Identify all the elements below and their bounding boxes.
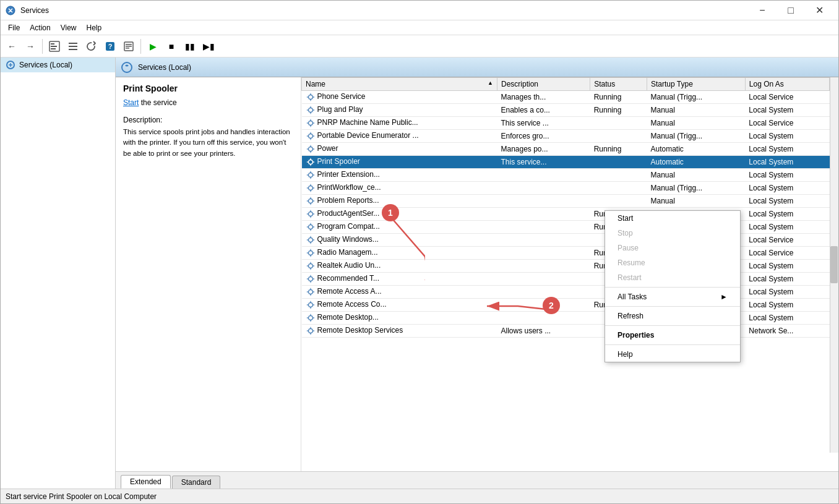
refresh-button[interactable] <box>83 38 100 55</box>
cell-description <box>497 221 590 234</box>
cell-description <box>497 234 590 247</box>
table-row[interactable]: Quality Windows...ManualLocal Service <box>302 234 830 247</box>
show-tree-button[interactable] <box>46 38 63 55</box>
col-startup[interactable]: Startup Type <box>647 78 746 91</box>
cell-name: Quality Windows... <box>302 234 497 247</box>
cell-name: Problem Reports... <box>302 195 497 208</box>
menu-file[interactable]: File <box>3 22 25 33</box>
maximize-button[interactable]: □ <box>777 1 805 20</box>
table-row[interactable]: Print SpoolerThis service...AutomaticLoc… <box>302 156 830 169</box>
right-panel: Services (Local) Print Spooler Start the… <box>116 58 838 489</box>
gear-icon <box>306 313 316 323</box>
col-logon[interactable]: Log On As <box>745 78 829 91</box>
table-scroll[interactable]: Name ▲ Description Status Startup Type L… <box>301 77 830 471</box>
gear-icon <box>306 183 316 193</box>
services-local-label: Services (Local) <box>19 61 72 69</box>
table-row[interactable]: Program Compat...RunningAutomatic (De...… <box>302 221 830 234</box>
table-row[interactable]: Remote Access Co...RunningAutomaticLocal… <box>302 299 830 312</box>
col-name[interactable]: Name ▲ <box>302 78 497 91</box>
svg-rect-2 <box>51 43 54 45</box>
menu-help[interactable]: Help <box>82 22 107 33</box>
table-row[interactable]: Remote Access A...ManualLocal System <box>302 286 830 299</box>
scrollbar-track[interactable] <box>830 77 838 453</box>
cell-startup: Automatic <box>647 143 746 156</box>
cell-description: Enables a co... <box>497 104 590 117</box>
svg-rect-13 <box>126 48 129 49</box>
cell-startup: Manual <box>647 104 746 117</box>
cell-logon: Local Service <box>745 117 829 130</box>
cell-description: This service ... <box>497 117 590 130</box>
context-menu-item-help[interactable]: Help <box>605 347 740 362</box>
cell-status <box>590 195 647 208</box>
service-info-panel: Print Spooler Start the service Descript… <box>116 77 301 471</box>
gear-icon <box>306 287 316 297</box>
table-row[interactable]: Remote Desktop ServicesAllows users ...M… <box>302 325 830 338</box>
context-menu-item-refresh[interactable]: Refresh <box>605 309 740 323</box>
tab-extended[interactable]: Extended <box>121 475 171 489</box>
context-menu-item-properties[interactable]: Properties <box>605 328 740 343</box>
cell-name: Remote Desktop... <box>302 312 497 325</box>
context-menu-item-start[interactable]: Start <box>605 211 740 226</box>
menu-action[interactable]: Action <box>25 22 55 33</box>
table-row[interactable]: Plug and PlayEnables a co...RunningManua… <box>302 104 830 117</box>
col-description[interactable]: Description <box>497 78 590 91</box>
cell-name: Recommended T... <box>302 273 497 286</box>
table-row[interactable]: Recommended T...ManualLocal System <box>302 273 830 286</box>
table-row[interactable]: ProductAgentSer...RunningAutomaticLocal … <box>302 208 830 221</box>
resume-button[interactable]: ▶▮ <box>200 38 217 55</box>
table-row[interactable]: Portable Device Enumerator ...Enforces g… <box>302 130 830 143</box>
table-area: Name ▲ Description Status Startup Type L… <box>301 77 838 471</box>
content-area: Print Spooler Start the service Descript… <box>116 77 838 471</box>
table-row[interactable]: Realtek Audio Un...RunningAutomaticLocal… <box>302 260 830 273</box>
cell-logon: Local System <box>745 130 829 143</box>
scrollbar-thumb[interactable] <box>830 246 838 283</box>
gear-icon <box>306 235 316 245</box>
play-button[interactable]: ▶ <box>144 38 161 55</box>
table-row[interactable]: PrintWorkflow_ce...Manual (Trigg...Local… <box>302 182 830 195</box>
cell-startup: Manual (Trigg... <box>647 182 746 195</box>
table-row[interactable]: PowerManages po...RunningAutomaticLocal … <box>302 143 830 156</box>
menu-view[interactable]: View <box>56 22 82 33</box>
table-row[interactable]: Radio Managem...RunningManualLocal Servi… <box>302 247 830 260</box>
table-row[interactable]: PNRP Machine Name Public...This service … <box>302 117 830 130</box>
svg-rect-5 <box>69 43 77 44</box>
services-local-nav[interactable]: Services (Local) <box>1 58 115 72</box>
description-text: This service spools print jobs and handl… <box>123 127 293 159</box>
table-row[interactable]: Printer Extension...ManualLocal System <box>302 169 830 182</box>
table-row[interactable]: Problem Reports...ManualLocal System <box>302 195 830 208</box>
tab-standard[interactable]: Standard <box>172 476 221 489</box>
cell-description: Allows users ... <box>497 325 590 338</box>
bottom-tabs: Extended Standard <box>116 471 838 489</box>
svg-point-20 <box>308 147 312 152</box>
annotation-bubble-1: 1 <box>382 204 399 221</box>
scope-list-button[interactable] <box>64 38 82 55</box>
status-text: Start service Print Spooler on Local Com… <box>6 492 157 501</box>
table-row[interactable]: Remote Desktop...ManualLocal System <box>302 312 830 325</box>
start-link[interactable]: Start <box>123 98 139 107</box>
service-action: Start the service <box>123 98 293 107</box>
cell-description <box>497 169 590 182</box>
cell-description: Manages po... <box>497 143 590 156</box>
forward-button[interactable]: → <box>22 38 39 55</box>
minimize-button[interactable]: − <box>748 1 777 20</box>
stop-button[interactable]: ■ <box>163 38 180 55</box>
svg-rect-7 <box>69 49 77 50</box>
help-button[interactable]: ? <box>101 38 119 55</box>
properties-button[interactable] <box>120 38 137 55</box>
svg-text:?: ? <box>108 43 113 50</box>
gear-icon <box>306 131 316 141</box>
cell-name: Portable Device Enumerator ... <box>302 130 497 143</box>
back-button[interactable]: ← <box>3 38 20 55</box>
close-button[interactable]: ✕ <box>805 1 833 20</box>
gear-icon <box>306 105 316 115</box>
main-window: Services − □ ✕ File Action View Help ← →… <box>0 0 839 504</box>
table-row[interactable]: Phone ServiceManages th...RunningManual … <box>302 91 830 104</box>
context-menu-separator <box>605 287 740 288</box>
cell-description <box>497 247 590 260</box>
col-status[interactable]: Status <box>590 78 647 91</box>
table-header-row: Name ▲ Description Status Startup Type L… <box>302 78 830 91</box>
cell-status <box>590 169 647 182</box>
pause-button[interactable]: ▮▮ <box>181 38 199 55</box>
context-menu-item-all-tasks[interactable]: All Tasks► <box>605 289 740 304</box>
cell-name: Phone Service <box>302 91 497 104</box>
